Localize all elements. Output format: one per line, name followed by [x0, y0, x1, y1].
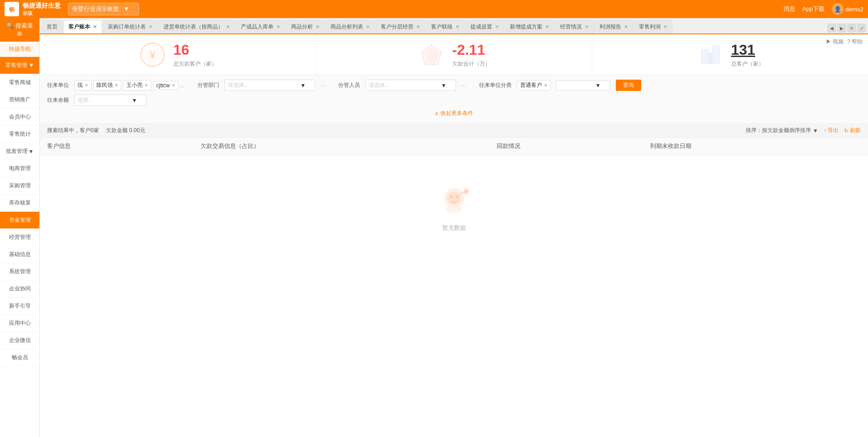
- tab-product-analysis[interactable]: 商品分析 ✕: [286, 20, 325, 33]
- video-link[interactable]: ▶ 视频: [826, 38, 844, 46]
- messages-btn[interactable]: 消息: [783, 5, 795, 13]
- sidebar-item-enterprise[interactable]: 企业协同: [0, 280, 39, 298]
- sidebar-item-member[interactable]: 畅会员: [0, 349, 39, 366]
- unit-tag-4[interactable]: cjttcw ✕: [153, 81, 178, 90]
- tab-profit-report[interactable]: 利润报告 ✕: [595, 20, 633, 33]
- tab-close-icon[interactable]: ✕: [663, 24, 667, 30]
- tag-remove-icon[interactable]: ✕: [144, 83, 148, 88]
- tab-close-icon[interactable]: ✕: [226, 24, 230, 30]
- filter-more-btn[interactable]: ...: [180, 82, 185, 89]
- sidebar-item-app-center[interactable]: 应用中心: [0, 315, 39, 332]
- result-text: 搜索结果中，客户0家: [47, 127, 99, 133]
- chevron-up-icon: ∧: [435, 110, 439, 117]
- tag-remove-icon[interactable]: ✕: [85, 83, 88, 88]
- category-more-select[interactable]: ▼: [556, 81, 610, 90]
- app-download-btn[interactable]: App下载: [802, 5, 825, 13]
- sidebar-item-inventory[interactable]: 库存核算: [0, 195, 39, 212]
- tab-close-icon[interactable]: ✕: [149, 24, 153, 30]
- sidebar-item-retail-mgmt[interactable]: 零售管理 ▼: [0, 57, 39, 74]
- user-avatar[interactable]: 👤 demo2: [832, 3, 863, 15]
- tab-close-icon[interactable]: ✕: [495, 24, 499, 30]
- sidebar-item-marketing[interactable]: 营销推广: [0, 91, 39, 109]
- query-button[interactable]: 查询: [616, 80, 641, 91]
- tab-close-icon[interactable]: ✕: [316, 24, 320, 30]
- tab-operations-overview[interactable]: 经营情况 ✕: [555, 20, 594, 33]
- unit-tag-2[interactable]: 陈民强 ✕: [93, 80, 121, 90]
- sidebar-item-purchase[interactable]: 采购管理: [0, 177, 39, 195]
- tab-retail-profit[interactable]: 零售利润 ✕: [634, 20, 672, 33]
- sidebar-item-retail-mall[interactable]: 零售商城: [0, 74, 39, 91]
- yuan-icon: ¥: [139, 41, 166, 68]
- sort-select[interactable]: 排序：按欠款金额倒序排序 ▼: [746, 127, 818, 134]
- tag-remove-icon[interactable]: ✕: [172, 83, 175, 88]
- sidebar-item-newbie[interactable]: 新手引导: [0, 298, 39, 315]
- tab-home[interactable]: 首页: [42, 20, 62, 33]
- person-filter-select[interactable]: 请选择... ▼: [365, 80, 456, 91]
- category-tag-1[interactable]: 普通客户 ✕: [517, 80, 551, 90]
- account-dropdown-container[interactable]: 母婴行业演示账套 ▼: [68, 3, 139, 15]
- tab-close-icon[interactable]: ✕: [624, 24, 628, 30]
- stat-value-amount: -2.11: [452, 42, 490, 58]
- unit-tag-3[interactable]: 王小亮 ✕: [123, 80, 151, 90]
- tab-customer-tier[interactable]: 客户分层经营 ✕: [376, 20, 425, 33]
- data-table: 客户信息 欠款交易信息（占比） 回款情况 到期未收款日期: [40, 138, 868, 260]
- export-btn[interactable]: ↑ 导出: [824, 127, 839, 134]
- tab-close-icon[interactable]: ✕: [416, 24, 420, 30]
- tab-commission-settings[interactable]: 提成设置 ✕: [465, 20, 504, 33]
- dept-filter-label: 分管部门: [197, 81, 219, 89]
- refresh-btn[interactable]: ↻ 刷新: [844, 127, 861, 134]
- collapse-filter-btn[interactable]: ∧ 收起更多条件: [47, 109, 861, 117]
- help-link[interactable]: ? 帮助: [847, 38, 863, 46]
- dept-filter-select[interactable]: 请选择... ▼: [225, 80, 315, 91]
- tag-remove-icon[interactable]: ✕: [544, 83, 547, 88]
- unit-tag-1[interactable]: 佤 ✕: [74, 80, 91, 90]
- tab-maximize-btn[interactable]: ⤢: [857, 24, 866, 33]
- col-header-debt: 欠款交易信息（占比）: [193, 138, 489, 155]
- sidebar-item-basic-info[interactable]: 基础信息: [0, 246, 39, 263]
- tab-close-icon[interactable]: ✕: [545, 24, 549, 30]
- sidebar-item-label: 库存核算: [9, 200, 31, 206]
- account-dropdown[interactable]: 母婴行业演示账套 ▼: [68, 3, 139, 15]
- balance-filter-label: 往来余额: [47, 96, 69, 104]
- sidebar-item-retail-stats[interactable]: 零售统计: [0, 126, 39, 143]
- tab-purchase-stats-product[interactable]: 进货单统计表（按商品） ✕: [158, 20, 235, 33]
- tab-close-icon[interactable]: ✕: [585, 24, 589, 30]
- sidebar-search[interactable]: 🔍 搜索菜单: [0, 18, 39, 42]
- tab-product-inbound[interactable]: 产成品入库单 ✕: [236, 20, 285, 33]
- chevron-down-icon: ▼: [813, 128, 818, 134]
- category-filter-label: 往来单位分类: [479, 81, 512, 89]
- person-more-icon[interactable]: ···: [461, 82, 466, 89]
- sidebar-item-system[interactable]: 系统管理: [0, 263, 39, 280]
- chevron-down-icon: ▼: [132, 97, 137, 104]
- sidebar-item-label: 零售商城: [9, 79, 31, 86]
- sidebar-item-enterprise-wechat[interactable]: 企业微信: [0, 332, 39, 349]
- sidebar-item-operations[interactable]: 经营管理: [0, 229, 39, 246]
- sidebar-item-finance[interactable]: 资金管理: [0, 212, 39, 229]
- sidebar-quick-nav[interactable]: 快捷导航: [0, 42, 39, 57]
- tab-close-icon[interactable]: ✕: [366, 24, 370, 30]
- tag-remove-icon[interactable]: ✕: [115, 83, 118, 88]
- balance-filter-select[interactable]: 选择... ▼: [74, 95, 147, 106]
- tab-purchase-order-stats[interactable]: 采购订单统计表 ✕: [103, 20, 158, 33]
- sidebar-item-wholesale-mgmt[interactable]: 批发管理 ▼: [0, 143, 39, 160]
- tab-customer-contact[interactable]: 客户联络 ✕: [426, 20, 465, 33]
- tab-close-all-btn[interactable]: ✕: [847, 24, 856, 33]
- building-icon: [697, 41, 724, 68]
- chevron-down-icon: ▼: [441, 82, 446, 89]
- sidebar-item-ecommerce[interactable]: 电商管理: [0, 160, 39, 177]
- stat-help-area: ▶ 视频 ? 帮助: [826, 38, 863, 46]
- sidebar-item-member-center[interactable]: 会员中心: [0, 109, 39, 126]
- tab-close-icon[interactable]: ✕: [456, 24, 460, 30]
- tab-customer-ledger[interactable]: 客户账本 ✕: [63, 20, 102, 33]
- tab-prev-btn[interactable]: ◀: [827, 24, 836, 33]
- tab-product-analysis-list[interactable]: 商品分析列表 ✕: [326, 20, 375, 33]
- tab-bar: 首页 客户账本 ✕ 采购订单统计表 ✕ 进货单统计表（按商品） ✕ 产成品入库单…: [40, 18, 868, 34]
- dept-more-icon[interactable]: ···: [321, 82, 326, 89]
- tab-close-icon[interactable]: ✕: [93, 24, 97, 30]
- sidebar-item-label: 应用中心: [9, 320, 31, 326]
- tab-close-icon[interactable]: ✕: [276, 24, 280, 30]
- tab-next-btn[interactable]: ▶: [837, 24, 846, 33]
- tab-add-commission-plan[interactable]: 新增提成方案 ✕: [505, 20, 554, 33]
- export-icon: ↑: [824, 128, 826, 134]
- result-bar: 搜索结果中，客户0家 欠款金额 0.00元 排序：按欠款金额倒序排序 ▼ ↑ 导…: [40, 124, 868, 138]
